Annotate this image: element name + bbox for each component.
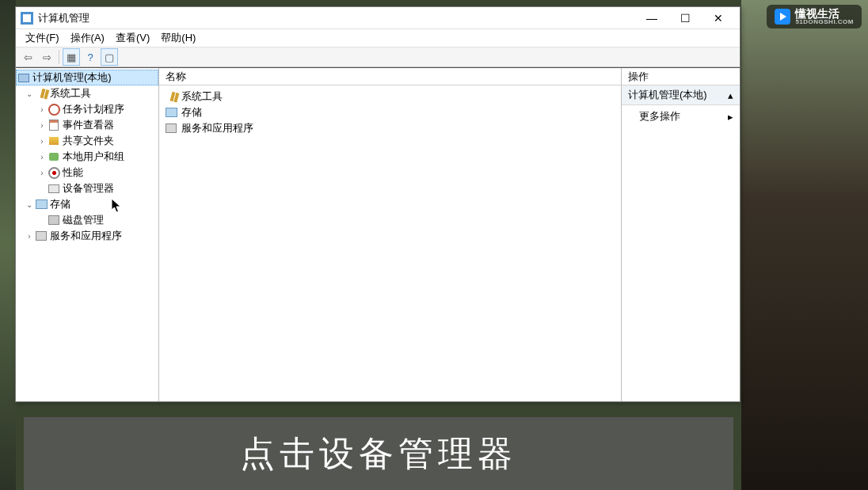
expander-expand-icon[interactable]: ›: [36, 121, 48, 130]
tree-event-viewer-label: 事件查看器: [63, 118, 114, 132]
expander-collapse-icon[interactable]: ⌄: [24, 89, 35, 98]
column-header-name[interactable]: 名称: [159, 68, 621, 85]
tree-shared-folders[interactable]: › 共享文件夹: [16, 133, 158, 149]
tree-device-manager-label: 设备管理器: [63, 181, 114, 196]
actions-context-label: 计算机管理(本地): [628, 88, 707, 102]
window-title: 计算机管理: [38, 11, 635, 25]
list-item-storage[interactable]: 存储: [164, 104, 616, 120]
play-icon: [775, 9, 790, 25]
navigation-tree[interactable]: 计算机管理(本地) ⌄ 系统工具 › 任务计划程序 › 事件查看器 › 共享文件…: [16, 68, 159, 401]
watermark-url: 51DONGSHI.COM: [795, 19, 854, 25]
desktop-background-right: [741, 0, 868, 490]
tree-device-manager[interactable]: 设备管理器: [16, 180, 158, 196]
tree-root[interactable]: 计算机管理(本地): [16, 70, 158, 85]
expander-expand-icon[interactable]: ›: [36, 105, 48, 114]
collapse-icon: ▴: [728, 89, 733, 101]
menu-view[interactable]: 查看(V): [111, 30, 154, 46]
actions-pane: 操作 计算机管理(本地) ▴ 更多操作 ▸: [622, 68, 740, 401]
menu-bar: 文件(F) 操作(A) 查看(V) 帮助(H): [16, 29, 740, 47]
menu-action[interactable]: 操作(A): [66, 30, 109, 46]
tree-local-users[interactable]: › 本地用户和组: [16, 149, 158, 165]
list-item-label: 服务和应用程序: [181, 121, 253, 135]
list-item-system-tools[interactable]: 系统工具: [164, 89, 616, 104]
list-item-label: 系统工具: [181, 89, 223, 104]
properties-button[interactable]: ▢: [101, 48, 118, 66]
actions-header: 操作: [622, 68, 740, 85]
shared-folder-icon: [48, 135, 60, 147]
tree-disk-management-label: 磁盘管理: [63, 213, 104, 227]
tree-root-label: 计算机管理(本地): [32, 70, 112, 85]
app-icon: [21, 12, 33, 25]
tree-services-apps-label: 服务和应用程序: [50, 229, 122, 243]
device-icon: [48, 182, 60, 195]
performance-icon: [48, 166, 60, 179]
details-list: 名称 系统工具 存储 服务和应用程序: [159, 68, 622, 401]
list-item-label: 存储: [181, 105, 202, 120]
actions-more-label: 更多操作: [639, 109, 680, 123]
tree-disk-management[interactable]: 磁盘管理: [16, 212, 158, 228]
tree-storage-label: 存储: [50, 197, 70, 211]
desktop-background-left: [0, 0, 16, 490]
video-watermark: 懂视生活 51DONGSHI.COM: [767, 5, 862, 28]
computer-icon: [17, 71, 30, 84]
tree-system-tools[interactable]: ⌄ 系统工具: [16, 85, 158, 101]
back-button[interactable]: ⇦: [19, 48, 36, 66]
tools-icon: [164, 90, 178, 103]
close-button[interactable]: ✕: [702, 9, 735, 28]
forward-button[interactable]: ⇨: [38, 48, 55, 66]
tree-task-scheduler-label: 任务计划程序: [63, 102, 124, 116]
menu-help[interactable]: 帮助(H): [156, 30, 200, 46]
tree-performance-label: 性能: [63, 165, 83, 180]
expander-expand-icon[interactable]: ›: [36, 153, 48, 161]
storage-icon: [35, 198, 48, 211]
expander-expand-icon[interactable]: ›: [36, 137, 48, 146]
clock-icon: [48, 103, 60, 116]
help-button[interactable]: ?: [82, 48, 99, 66]
services-icon: [164, 122, 178, 135]
tools-icon: [35, 87, 48, 100]
content-area: 计算机管理(本地) ⌄ 系统工具 › 任务计划程序 › 事件查看器 › 共享文件…: [16, 67, 740, 401]
tree-system-tools-label: 系统工具: [50, 86, 91, 101]
storage-icon: [164, 106, 178, 119]
disk-icon: [48, 214, 60, 226]
toolbar: ⇦ ⇨ ▦ ? ▢: [16, 47, 740, 67]
tree-storage[interactable]: ⌄ 存储: [16, 196, 158, 212]
tree-performance[interactable]: › 性能: [16, 165, 158, 180]
window-titlebar[interactable]: 计算机管理 — ☐ ✕: [16, 7, 740, 29]
computer-management-window: 计算机管理 — ☐ ✕ 文件(F) 操作(A) 查看(V) 帮助(H) ⇦ ⇨ …: [15, 6, 740, 402]
maximize-button[interactable]: ☐: [668, 9, 702, 28]
subtitle-text: 点击设备管理器: [240, 431, 517, 477]
show-hide-tree-button[interactable]: ▦: [63, 48, 80, 66]
video-subtitle: 点击设备管理器: [24, 417, 733, 490]
services-icon: [35, 230, 48, 242]
watermark-brand: 懂视生活: [795, 8, 854, 19]
tree-services-apps[interactable]: › 服务和应用程序: [16, 228, 158, 244]
tree-shared-folders-label: 共享文件夹: [63, 134, 114, 148]
actions-more-operations[interactable]: 更多操作 ▸: [622, 105, 740, 127]
minimize-button[interactable]: —: [635, 9, 668, 28]
event-log-icon: [48, 119, 60, 131]
expander-collapse-icon[interactable]: ⌄: [24, 200, 35, 209]
toolbar-separator: [59, 50, 59, 64]
menu-file[interactable]: 文件(F): [21, 30, 64, 46]
actions-context[interactable]: 计算机管理(本地) ▴: [622, 85, 740, 105]
expander-expand-icon[interactable]: ›: [36, 169, 48, 177]
expander-expand-icon[interactable]: ›: [24, 232, 35, 241]
list-item-services-apps[interactable]: 服务和应用程序: [164, 120, 616, 136]
tree-task-scheduler[interactable]: › 任务计划程序: [16, 101, 158, 117]
submenu-arrow-icon: ▸: [728, 111, 733, 123]
tree-local-users-label: 本地用户和组: [63, 150, 124, 164]
tree-event-viewer[interactable]: › 事件查看器: [16, 117, 158, 133]
users-icon: [48, 150, 60, 163]
